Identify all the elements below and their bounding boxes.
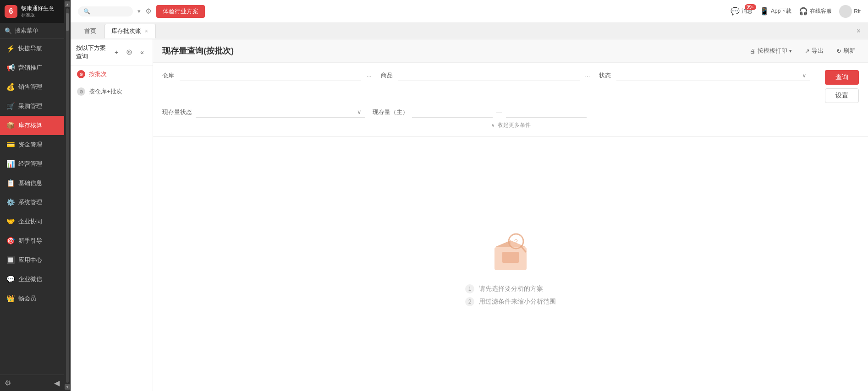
- sidebar-item-newbie[interactable]: 🎯 新手引导: [0, 231, 64, 250]
- scroll-track: [66, 8, 69, 383]
- empty-step-2: 2 用过滤条件来缩小分析范围: [465, 297, 556, 306]
- collapse-more-btn[interactable]: ∧ 收起更多条件: [162, 118, 859, 133]
- collapse-sidebar-icon[interactable]: ◀: [54, 379, 60, 387]
- query-button[interactable]: 查询: [825, 70, 859, 85]
- nav-label: 采购管理: [18, 102, 42, 110]
- scheme-label: 按批次: [89, 70, 107, 78]
- collapse-panel-btn[interactable]: «: [137, 47, 147, 57]
- page-header: 现存量查询(按批次) 🖨 按模板打印 ▾ ↗ 导出 ↻ 刷新: [153, 39, 868, 63]
- inventory-qty-label: 现存量（主）: [373, 108, 408, 116]
- topbar-right: 💬 消息 99+ 📱 App下载 🎧 在线客服 Rit: [731, 5, 861, 18]
- warehouse-input[interactable]: [180, 70, 361, 81]
- product-input[interactable]: [398, 70, 580, 81]
- print-icon: 🖨: [750, 48, 756, 54]
- refresh-label: 刷新: [843, 47, 855, 55]
- left-panel-header: 按以下方案查询 + «: [71, 39, 153, 65]
- nav-label: 快捷导航: [18, 44, 42, 53]
- status-select[interactable]: ∨: [616, 70, 810, 81]
- svg-point-1: [128, 51, 130, 53]
- inventory-qty-max-input[interactable]: [506, 107, 587, 118]
- content-area: 按以下方案查询 + « ⚙ 按批次: [71, 39, 868, 391]
- nav-icon: 🎯: [6, 237, 15, 245]
- scheme-settings-btn[interactable]: [124, 47, 134, 57]
- sidebar-item-app-center[interactable]: 🔲 应用中心: [0, 250, 64, 270]
- export-btn[interactable]: ↗ 导出: [801, 45, 827, 57]
- settings-icon[interactable]: ⚙: [5, 379, 11, 387]
- sidebar-item-system[interactable]: ⚙️ 系统管理: [0, 193, 64, 212]
- nav-label: 营销推广: [18, 64, 42, 72]
- sidebar-scrollbar: ▲ ▼: [64, 0, 71, 391]
- nav-label: 企业微信: [18, 275, 42, 283]
- nav-icon: 💳: [6, 141, 15, 149]
- tab-home[interactable]: 首页: [78, 24, 103, 38]
- sidebar-item-purchase[interactable]: 🛒 采购管理: [0, 97, 64, 116]
- warehouse-dots-btn[interactable]: ···: [365, 71, 374, 80]
- tab-home-label: 首页: [84, 27, 96, 35]
- topbar-search[interactable]: 🔍: [78, 6, 133, 16]
- tab-close-icon[interactable]: ×: [144, 28, 149, 34]
- sidebar-item-quick-nav[interactable]: ⚡ 快捷导航: [0, 39, 64, 58]
- sidebar-footer: ⚙ ◀: [0, 375, 64, 391]
- export-icon: ↗: [805, 48, 810, 54]
- left-panel-wrapper: 按以下方案查询 + « ⚙ 按批次: [71, 39, 153, 391]
- sidebar-item-marketing[interactable]: 📢 营销推广: [0, 58, 64, 77]
- filter-area: 仓库 ··· 商品 ··· 状态: [153, 63, 868, 136]
- sidebar-item-collab[interactable]: 🤝 企业协同: [0, 212, 64, 231]
- messages-item[interactable]: 💬 消息 99+: [731, 7, 753, 16]
- inventory-status-select[interactable]: ∨: [196, 107, 365, 118]
- messages-icon: 💬: [731, 7, 740, 16]
- nav-label: 企业协同: [18, 217, 42, 226]
- nav-icon: 👑: [6, 294, 15, 303]
- topbar-gear-icon[interactable]: ⚙: [145, 7, 152, 16]
- sidebar-item-base-info[interactable]: 📋 基础信息: [0, 174, 64, 193]
- nav-label: 新手引导: [18, 237, 42, 245]
- scheme-icon-red: ⚙: [77, 70, 85, 78]
- nav-icon: 📦: [6, 121, 15, 130]
- svg-marker-4: [511, 240, 527, 247]
- scheme-item-by-warehouse-batch[interactable]: ⚙ 按仓库+批次: [71, 83, 153, 100]
- step-2-text: 用过滤条件来缩小分析范围: [479, 298, 556, 306]
- nav-icon: 🤝: [6, 217, 15, 226]
- sidebar-item-finance[interactable]: 💳 资金管理: [0, 135, 64, 154]
- nav-label: 销售管理: [18, 83, 42, 91]
- product-dots-btn[interactable]: ···: [583, 71, 592, 80]
- sidebar-item-member[interactable]: 👑 畅会员: [0, 289, 64, 308]
- left-panel-title: 按以下方案查询: [76, 44, 111, 60]
- inventory-qty-min-input[interactable]: [412, 107, 493, 118]
- user-profile-item[interactable]: Rit: [839, 5, 861, 18]
- product-label: 商品: [381, 71, 395, 80]
- topbar-dropdown-icon[interactable]: ▾: [137, 8, 141, 15]
- nav-icon: 📢: [6, 64, 15, 72]
- inventory-status-label: 现存量状态: [162, 108, 192, 116]
- sidebar-item-operations[interactable]: 📊 经营管理: [0, 154, 64, 174]
- nav-label: 资金管理: [18, 141, 42, 149]
- sidebar-item-wechat[interactable]: 💬 企业微信: [0, 270, 64, 289]
- sidebar-nav: ⚡ 快捷导航 📢 营销推广 💰 销售管理 🛒 采购管理 📦 库存核算 💳 资金管…: [0, 39, 64, 375]
- print-btn[interactable]: 🖨 按模板打印 ▾: [746, 45, 796, 57]
- add-scheme-btn[interactable]: +: [111, 47, 121, 57]
- experience-btn[interactable]: 体验行业方案: [156, 5, 205, 18]
- sidebar-item-sales[interactable]: 💰 销售管理: [0, 77, 64, 97]
- scroll-up-btn[interactable]: ▲: [65, 1, 70, 7]
- search-icon: 🔍: [5, 27, 12, 34]
- nav-icon: 🛒: [6, 102, 15, 110]
- online-support-item[interactable]: 🎧 在线客服: [799, 7, 832, 16]
- online-support-label: 在线客服: [810, 7, 832, 15]
- sidebar-header: 6 畅康通好生意 标准版: [0, 0, 64, 23]
- settings-button[interactable]: 设置: [825, 88, 859, 103]
- scroll-thumb: [66, 13, 69, 31]
- range-separator: —: [496, 109, 502, 116]
- app-download-item[interactable]: 📱 App下载: [760, 7, 791, 16]
- scroll-down-btn[interactable]: ▼: [65, 384, 70, 390]
- print-dropdown-icon[interactable]: ▾: [789, 48, 792, 54]
- close-all-tabs-btn[interactable]: ×: [857, 27, 861, 35]
- sidebar: 6 畅康通好生意 标准版 🔍 搜索菜单 ⚡ 快捷导航 📢 营销推广 💰 销售管理…: [0, 0, 64, 391]
- tab-inventory-batch[interactable]: 库存批次账 ×: [104, 24, 156, 38]
- svg-rect-5: [502, 252, 519, 263]
- refresh-btn[interactable]: ↻ 刷新: [833, 45, 859, 57]
- scheme-item-by-batch[interactable]: ⚙ 按批次: [71, 65, 153, 83]
- sidebar-search[interactable]: 🔍 搜索菜单: [0, 23, 64, 39]
- sidebar-item-inventory[interactable]: 📦 库存核算: [0, 116, 64, 135]
- app-title: 畅康通好生意 标准版: [21, 5, 54, 18]
- status-dropdown-icon: ∨: [802, 72, 807, 79]
